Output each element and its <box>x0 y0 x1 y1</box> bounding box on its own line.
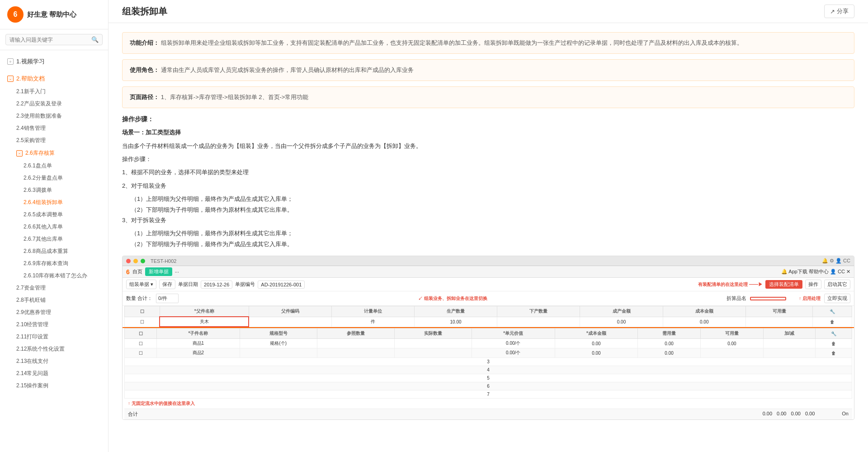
sidebar-item-inventory[interactable]: - 2.6库存核算 <box>0 147 108 160</box>
action-btn2[interactable]: 启动其它 <box>824 280 850 289</box>
row-sub-qty <box>497 317 580 327</box>
col-needed: 需用量 <box>638 328 701 339</box>
child2-unit-val: 0.00/个 <box>472 348 555 358</box>
browser-bar: TEST-H002 🔔 ⚙ 👤 CC <box>123 256 854 266</box>
annotation-nofixed: ↑ 无固定流水中的值接在这里录入 <box>124 399 852 409</box>
role-block: 使用角色： 通常由生产人员或库管人员完成拆装业务的操作，库管人员确认原材料的出库… <box>122 59 854 81</box>
save-btn[interactable]: 保存 <box>159 280 175 289</box>
child2-ref <box>317 348 394 358</box>
footer-spacer <box>142 411 758 418</box>
select-bom-btn[interactable]: 选择装配清单 <box>765 280 802 289</box>
role-label: 使用角色： <box>130 67 159 73</box>
table-row: ☐ 商品2 0.00/个 0.00 0.00 🗑 <box>125 348 852 358</box>
col-produce-amt: 成产金额 <box>580 306 663 317</box>
sidebar-item-mobile[interactable]: 2.8手机旺铺 <box>0 294 108 306</box>
sidebar-item-otherin[interactable]: 2.6.6其他入库单 <box>0 221 108 233</box>
sidebar-item-inventoryquery[interactable]: 2.6.9库存账本查询 <box>0 257 108 270</box>
child1-unit-val: 0.00/个 <box>472 339 555 348</box>
sidebar-item-faq[interactable]: 2.14常见问题 <box>0 367 108 380</box>
sidebar-item-stocktake[interactable]: 2.6.1盘点单 <box>0 160 108 172</box>
num-label: 数量 合计： <box>126 295 152 302</box>
confirm-btn[interactable]: 立即实现 <box>824 294 850 303</box>
nav-section-video: + 1.视频学习 <box>0 53 108 70</box>
col-spec: 规格型号 <box>240 328 317 339</box>
expand-icon-docs: - <box>7 76 14 82</box>
sidebar-item-print[interactable]: 2.11打印设置 <box>0 331 108 343</box>
new-order-btn[interactable]: 新增单据 <box>145 267 172 276</box>
col-unit-value: *单元价值 <box>472 328 555 339</box>
table-row: 5 <box>125 374 852 382</box>
child2-needed: 0.00 <box>638 348 701 358</box>
function-intro-label: 功能介绍： <box>130 39 159 46</box>
sidebar-item-inventoryerror[interactable]: 2.6.10库存账本错了怎么办 <box>0 270 108 282</box>
sidebar-item-label-docs: 2.帮助文档 <box>16 75 45 83</box>
sidebar-item-sysconfig[interactable]: 2.12系统个性化设置 <box>0 343 108 355</box>
step-2-2: （2）下部明细为子件明细，最终作为原材料生成其它出库单。 <box>122 205 854 215</box>
search-icon[interactable]: 🔍 <box>91 36 99 43</box>
content-area: 功能介绍： 组装拆卸单用来处理企业组装或拆卸等加工业务，支持有固定装配清单的产品… <box>108 23 868 452</box>
sidebar-item-docs[interactable]: - 2.帮助文档 <box>0 72 108 86</box>
function-intro-block: 功能介绍： 组装拆卸单用来处理企业组装或拆卸等加工业务，支持有固定装配清单的产品… <box>122 32 854 54</box>
share-label: 分享 <box>837 7 849 15</box>
nav-text-1: 自页 <box>132 268 142 275</box>
share-icon: ↗ <box>830 8 835 15</box>
sidebar-item-costadjust[interactable]: 2.6.5成本调整单 <box>0 209 108 221</box>
sidebar-item-coupon[interactable]: 2.9优惠券管理 <box>0 306 108 319</box>
share-button[interactable]: ↗ 分享 <box>824 5 854 18</box>
child1-ref <box>317 339 394 348</box>
form-fields-row: 数量 合计： 0/件 ↙ 组装业务、拆卸业务在这里切换 折算品名 ↑ 启用处理 … <box>123 291 854 306</box>
nav-section-docs: - 2.帮助文档 2.1新手入门 2.2产品安装及登录 2.3使用前数据准备 2… <box>0 70 108 394</box>
empty-row-5: 5 <box>125 374 852 382</box>
child1-ops: 🗑 <box>816 339 852 348</box>
top-bar: 组装拆卸单 ↗ 分享 <box>108 0 868 23</box>
annotation-switch: ↙ 组装业务、拆卸业务在这里切换 <box>418 295 487 302</box>
col-available2: 可用量 <box>700 328 763 339</box>
app-nav-bar: 6 自页 新增单据 ··· 🔔 App下载 帮助中心 👤 CC ✕ <box>123 266 854 278</box>
step-3-1: （1）上部明细为父件明细，最终作为原材料生成其它出库单； <box>122 228 854 238</box>
sidebar-item-ops[interactable]: 2.10经营管理 <box>0 319 108 331</box>
sidebar-item-sales[interactable]: 2.4销售管理 <box>0 122 108 134</box>
sidebar-item-newcomer[interactable]: 2.1新手入门 <box>0 86 108 98</box>
col-cb2: ☐ <box>125 328 157 339</box>
sidebar-item-purchase[interactable]: 2.5采购管理 <box>0 134 108 147</box>
sidebar-item-onlinepay[interactable]: 2.13在线支付 <box>0 355 108 367</box>
order-type-select[interactable]: 组装单据 ▾ <box>126 280 156 289</box>
footer-val4: 0.00 <box>805 411 815 418</box>
row-cost-amt: 0.00 <box>663 317 745 327</box>
scene1-desc: 当由多个子件材料组装成一个成品的业务为【组装】业务，当由一个父件拆分成多个子产品… <box>122 141 854 151</box>
sidebar-item-move[interactable]: 2.6.3调拨单 <box>0 184 108 196</box>
child2-spec <box>240 348 317 358</box>
row-action: 🗑 <box>813 317 852 327</box>
scene1-title-text: 场景一：加工类型选择 <box>122 129 181 136</box>
inventory-children: 2.6.1盘点单 2.6.2分量盘点单 2.6.3调拨单 2.6.4组装拆卸单 … <box>0 160 108 282</box>
sidebar-item-finance[interactable]: 2.7资金管理 <box>0 282 108 294</box>
empty-row-7: 7 <box>125 390 852 399</box>
expand-icon-video: + <box>7 58 14 65</box>
logo-icon: 6 <box>7 6 24 23</box>
nav-area: + 1.视频学习 - 2.帮助文档 2.1新手入门 2.2产品安装及登录 2.3… <box>0 50 108 452</box>
search-input[interactable] <box>9 37 91 43</box>
sidebar-item-stocksplit[interactable]: 2.6.2分量盘点单 <box>0 172 108 184</box>
sidebar-item-otherout[interactable]: 2.6.7其他出库单 <box>0 233 108 245</box>
child1-actual <box>394 339 472 348</box>
action-btn1[interactable]: 操作 <box>805 280 821 289</box>
sidebar-item-assembly[interactable]: 2.6.4组装拆卸单 <box>0 196 108 209</box>
empty-row-6: 6 <box>125 382 852 390</box>
sidebar-item-video[interactable]: + 1.视频学习 <box>0 55 108 68</box>
redfield-label: 折算品名 <box>726 295 746 302</box>
annotation-enable: ↑ 启用处理 <box>799 295 821 302</box>
col-add-sub: 加/减 <box>763 328 815 339</box>
sidebar-item-data[interactable]: 2.3使用前数据准备 <box>0 110 108 122</box>
footer-spacer2 <box>819 411 837 418</box>
logo-text: 好生意 帮助中心 <box>27 10 76 19</box>
num-value: 0/件 <box>156 294 179 303</box>
sidebar-item-install[interactable]: 2.2产品安装及登录 <box>0 98 108 110</box>
sidebar-item-cases[interactable]: 2.15操作案例 <box>0 380 108 392</box>
table-row: 4 <box>125 366 852 374</box>
cb: ☐ <box>125 348 157 358</box>
redfield-input[interactable] <box>750 297 786 300</box>
sidebar-item-costrecalc[interactable]: 2.6.8商品成本重算 <box>0 245 108 257</box>
step-2: 2、对于组装业务 <box>122 181 854 191</box>
col-cost-amt2: *成本金额 <box>555 328 638 339</box>
row-produce-amt: 0.00 <box>580 317 663 327</box>
